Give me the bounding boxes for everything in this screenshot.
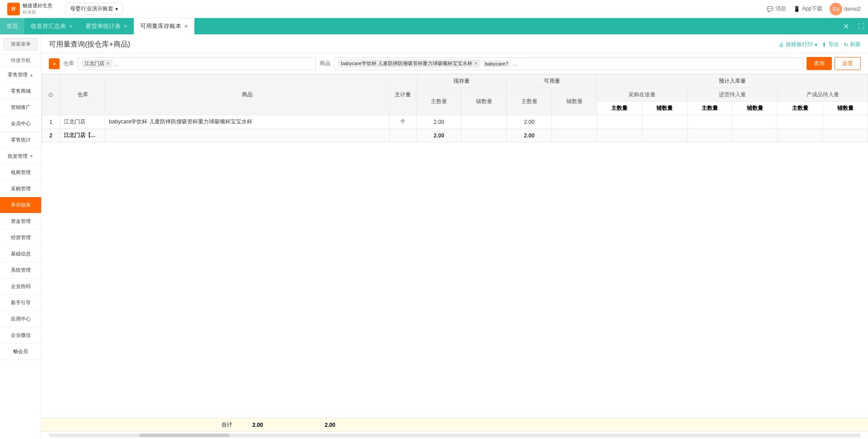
tab-home-label: 首页 bbox=[6, 22, 18, 30]
sidebar-item-finance[interactable]: 资金管理 bbox=[0, 213, 41, 230]
org-selector[interactable]: 母婴行业演示账套 ▾ bbox=[65, 3, 123, 15]
col-header-prod-main: 主数量 bbox=[778, 102, 823, 115]
refresh-icon: ↻ bbox=[844, 42, 848, 48]
sidebar-item-member[interactable]: 会员中心 bbox=[0, 116, 41, 132]
print-icon: 🖨 bbox=[778, 42, 784, 48]
sidebar-item-member-label: 会员中心 bbox=[11, 120, 31, 127]
cell-purchase-main-2 bbox=[597, 129, 642, 142]
export-label: 导出 bbox=[828, 41, 839, 48]
col-header-avail-aux: 辅数量 bbox=[552, 88, 597, 115]
cell-current-aux-2 bbox=[462, 129, 507, 142]
cell-unit-2 bbox=[389, 129, 416, 142]
export-icon: ⬆ bbox=[822, 42, 826, 48]
col-header-prod-pending: 产成品待入量 bbox=[778, 88, 868, 102]
main-layout: 搜索菜单 快捷导航 零售管理 ▲ 零售商城 营销推广 会员中心 零售统计 批发管… bbox=[0, 34, 868, 439]
cell-current-aux-1 bbox=[462, 115, 507, 129]
expand-icon2: ▼ bbox=[29, 154, 34, 159]
footer-current-main: 2.00 bbox=[240, 422, 276, 428]
query-button[interactable]: 查询 bbox=[807, 57, 832, 70]
tab-available-stock[interactable]: 可用量库存账本 ✕ bbox=[134, 18, 194, 34]
sidebar-item-system-label: 系统管理 bbox=[11, 267, 31, 274]
product-tag-1-close[interactable]: ✕ bbox=[474, 61, 478, 66]
product-filter-tags[interactable]: babycare学饮杯 儿童防摔防撞吸管杯重力球吸嘴杯宝宝水杯 ✕ babyca… bbox=[334, 57, 803, 70]
cell-prod-aux-1 bbox=[823, 115, 868, 129]
sidebar-item-marketing[interactable]: 营销推广 bbox=[0, 99, 41, 116]
refresh-button[interactable]: ↻ 刷新 bbox=[844, 41, 861, 48]
col-header-incoming-main: 主数量 bbox=[687, 102, 732, 115]
sidebar-item-guide[interactable]: 新手引导 bbox=[0, 295, 41, 311]
tab-order-stats[interactable]: 要货单统计表 ✕ bbox=[79, 18, 134, 34]
scroll-thumb[interactable] bbox=[139, 434, 230, 437]
sidebar-item-enterprise[interactable]: 企业协同 bbox=[0, 279, 41, 295]
warehouse-filter-tags[interactable]: 江北门店 ✕ ... bbox=[78, 57, 316, 70]
tab-receive-pay[interactable]: 收发存汇总表 ✕ bbox=[24, 18, 79, 34]
sidebar-item-retail-mall[interactable]: 零售商城 bbox=[0, 83, 41, 99]
tab-order-stats-close[interactable]: ✕ bbox=[123, 24, 127, 29]
cell-incoming-aux-1 bbox=[732, 115, 778, 129]
sidebar-item-member2[interactable]: 畅会员 bbox=[0, 344, 41, 360]
sidebar-item-retail-stats[interactable]: 零售统计 bbox=[0, 132, 41, 148]
col-header-purchase-transit: 采购在途量 bbox=[597, 88, 687, 102]
tab-receive-pay-label: 收发存汇总表 bbox=[31, 22, 66, 30]
message-label: 消息 bbox=[775, 5, 786, 13]
cell-incoming-main-2 bbox=[687, 129, 732, 142]
warehouse-filter-more[interactable]: ... bbox=[114, 61, 119, 67]
user-name: demo2 bbox=[844, 6, 861, 12]
sidebar-item-app-center[interactable]: 应用中心 bbox=[0, 311, 41, 327]
tab-available-stock-close[interactable]: ✕ bbox=[184, 24, 188, 29]
close-all-tabs[interactable]: ✕ bbox=[838, 22, 854, 31]
print-button[interactable]: 🖨 按模板打印 ▾ bbox=[778, 41, 817, 48]
col-header-unit: 主计量 bbox=[389, 75, 416, 115]
col-header-purchase-aux: 辅数量 bbox=[642, 102, 687, 115]
col-header-incoming-aux: 辅数量 bbox=[732, 102, 778, 115]
warehouse-tag-1-text: 江北门店 bbox=[85, 60, 104, 67]
tab-receive-pay-close[interactable]: ✕ bbox=[69, 24, 73, 29]
horizontal-scrollbar[interactable] bbox=[49, 434, 861, 437]
user-area[interactable]: Ea demo2 bbox=[830, 3, 861, 15]
col-header-incoming-pending: 进货待入量 bbox=[687, 88, 778, 102]
app-download-action[interactable]: 📱 App下载 bbox=[793, 5, 822, 13]
sidebar-quicknav-button[interactable]: 快捷导航 bbox=[0, 54, 41, 67]
refresh-label: 刷新 bbox=[850, 41, 861, 48]
col-header-forecast-stock: 预计入库量 bbox=[597, 75, 868, 88]
sidebar-item-retail-mall-label: 零售商城 bbox=[11, 88, 31, 94]
message-action[interactable]: 💬 消息 bbox=[767, 5, 786, 13]
sidebar-item-retail-mgmt[interactable]: 零售管理 ▲ bbox=[0, 67, 41, 83]
sidebar-item-inventory[interactable]: 库存核算 bbox=[0, 197, 41, 213]
top-bar: 好 畅捷通好生意 标准版 母婴行业演示账套 ▾ 💬 消息 📱 App下载 Ea … bbox=[0, 0, 868, 18]
sidebar-item-purchase[interactable]: 采购管理 bbox=[0, 181, 41, 197]
cell-product-2 bbox=[105, 129, 390, 142]
footer-total-label: 合计 bbox=[45, 421, 240, 429]
sidebar-item-system[interactable]: 系统管理 bbox=[0, 262, 41, 279]
sidebar-search-button[interactable]: 搜索菜单 bbox=[4, 38, 38, 50]
cell-prod-main-1 bbox=[778, 115, 823, 129]
sidebar-item-purchase-label: 采购管理 bbox=[11, 185, 31, 192]
sidebar-item-marketing-label: 营销推广 bbox=[11, 104, 31, 111]
warehouse-tag-1-close[interactable]: ✕ bbox=[106, 61, 110, 66]
app-download-icon: 📱 bbox=[793, 6, 800, 12]
sidebar-item-basic-info[interactable]: 基础信息 bbox=[0, 246, 41, 262]
col-header-setting: ⚙ bbox=[42, 75, 60, 115]
sidebar-item-ecommerce[interactable]: 电商管理 bbox=[0, 165, 41, 181]
sidebar-item-operation[interactable]: 经营管理 bbox=[0, 230, 41, 246]
filter-bar: » 仓库 江北门店 ✕ ... 商品 babycare学饮杯 儿童防摔防撞吸管杯… bbox=[42, 53, 868, 74]
setting-button[interactable]: 设置 bbox=[835, 57, 861, 70]
export-button[interactable]: ⬆ 导出 bbox=[822, 41, 839, 48]
sidebar-item-wholesale-mgmt[interactable]: 批发管理 ▼ bbox=[0, 148, 41, 165]
tab-home[interactable]: 首页 bbox=[0, 18, 24, 34]
cell-prod-main-2 bbox=[778, 129, 823, 142]
product-filter-more[interactable]: ... bbox=[513, 61, 517, 67]
sidebar-item-member2-label: 畅会员 bbox=[13, 348, 28, 355]
sidebar-item-inventory-label: 库存核算 bbox=[11, 202, 31, 208]
page-title: 可用量查询(按仓库+商品) bbox=[49, 40, 130, 49]
col-header-current-aux: 辅数量 bbox=[462, 88, 507, 115]
expand-tabs[interactable]: ⛶ bbox=[854, 23, 868, 30]
gear-icon[interactable]: ⚙ bbox=[48, 91, 54, 99]
sidebar-item-enterprise-label: 企业协同 bbox=[11, 283, 31, 290]
filter-expand-button[interactable]: » bbox=[49, 58, 60, 69]
sidebar-item-enterprise-wechat[interactable]: 企业微信 bbox=[0, 327, 41, 344]
sidebar-item-basic-info-label: 基础信息 bbox=[11, 250, 31, 257]
sidebar-item-wholesale-mgmt-label: 批发管理 bbox=[8, 153, 28, 160]
sidebar-item-retail-stats-label: 零售统计 bbox=[11, 137, 31, 143]
cell-avail-aux-2 bbox=[552, 129, 597, 142]
